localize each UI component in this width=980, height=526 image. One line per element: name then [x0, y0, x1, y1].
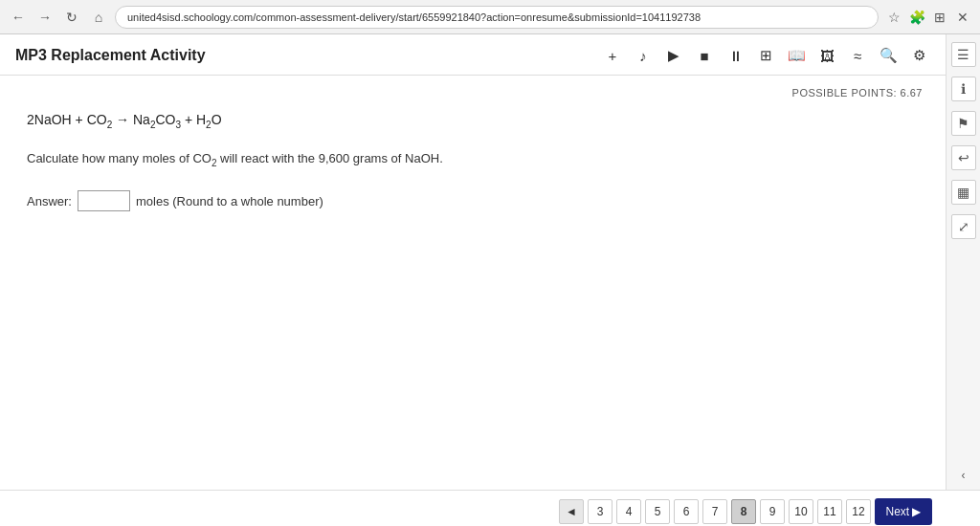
answer-row: Answer: moles (Round to a whole number): [27, 190, 923, 211]
toolbar-grid-icon[interactable]: ⊞: [754, 44, 777, 67]
toolbar-wave-icon[interactable]: ≈: [846, 44, 869, 67]
points-label: POSSIBLE POINTS: 6.67: [23, 87, 923, 99]
page-9-button[interactable]: 9: [760, 499, 785, 524]
page-11-button[interactable]: 11: [817, 499, 842, 524]
toolbar-add-icon[interactable]: +: [601, 44, 624, 67]
toolbar-settings-icon[interactable]: ⚙: [907, 44, 930, 67]
sidebar-grid-icon[interactable]: ▦: [951, 180, 976, 205]
sidebar-expand-icon[interactable]: ⤢: [951, 214, 976, 239]
main-wrapper: MP3 Replacement Activity + ♪ ▶ ■ ⏸ ⊞ 📖 🖼…: [0, 34, 980, 490]
home-button[interactable]: ⌂: [88, 7, 109, 28]
page-7-button[interactable]: 7: [702, 499, 727, 524]
toolbar-pause-icon[interactable]: ⏸: [724, 44, 746, 67]
toolbar-stop-icon[interactable]: ■: [693, 44, 716, 67]
sidebar-menu-icon[interactable]: ☰: [951, 42, 976, 67]
page-10-button[interactable]: 10: [789, 499, 813, 524]
equation: 2NaOH + CO2 → Na2CO3 + H2O: [27, 112, 923, 130]
toolbar-image-icon[interactable]: 🖼: [815, 44, 838, 67]
right-sidebar: ☰ ℹ ⚑ ↩ ▦ ⤢ ‹: [946, 34, 980, 490]
app-header: MP3 Replacement Activity + ♪ ▶ ■ ⏸ ⊞ 📖 🖼…: [0, 34, 946, 76]
toolbar-play-icon[interactable]: ▶: [662, 44, 685, 67]
page-6-button[interactable]: 6: [674, 499, 699, 524]
page-3-button[interactable]: 3: [588, 499, 612, 524]
question-area: POSSIBLE POINTS: 6.67 2NaOH + CO2 → Na2C…: [0, 76, 946, 490]
forward-button[interactable]: →: [34, 7, 56, 28]
toolbar: + ♪ ▶ ■ ⏸ ⊞ 📖 🖼 ≈ 🔍 ⚙: [601, 44, 930, 67]
prev-page-button[interactable]: ◄: [559, 499, 584, 524]
toolbar-book-icon[interactable]: 📖: [785, 44, 808, 67]
pagination-bar: ◄ 3 4 5 6 7 8 9 10 11 12 Next ▶: [0, 490, 980, 526]
menu-icon[interactable]: ⊞: [930, 8, 949, 27]
sidebar-info-icon[interactable]: ℹ: [951, 77, 976, 101]
sidebar-undo-icon[interactable]: ↩: [951, 145, 976, 170]
back-button[interactable]: ←: [8, 7, 29, 28]
content-area: MP3 Replacement Activity + ♪ ▶ ■ ⏸ ⊞ 📖 🖼…: [0, 34, 946, 490]
page-12-button[interactable]: 12: [846, 499, 871, 524]
toolbar-audio-icon[interactable]: ♪: [632, 44, 655, 67]
close-icon[interactable]: ✕: [953, 8, 972, 27]
answer-hint: moles (Round to a whole number): [136, 194, 323, 208]
extension-icon[interactable]: 🧩: [907, 8, 926, 27]
bookmark-icon[interactable]: ☆: [884, 8, 903, 27]
sidebar-flag-icon[interactable]: ⚑: [951, 111, 976, 136]
app-title: MP3 Replacement Activity: [15, 47, 206, 64]
browser-chrome: ← → ↻ ⌂ ☆ 🧩 ⊞ ✕: [0, 0, 980, 34]
toolbar-search-icon[interactable]: 🔍: [877, 44, 900, 67]
page-8-button[interactable]: 8: [731, 499, 756, 524]
answer-label: Answer:: [27, 194, 72, 208]
sidebar-collapse-chevron[interactable]: ‹: [962, 469, 966, 482]
reload-button[interactable]: ↻: [61, 7, 82, 28]
page-4-button[interactable]: 4: [616, 499, 641, 524]
page-5-button[interactable]: 5: [645, 499, 670, 524]
next-button[interactable]: Next ▶: [875, 498, 932, 525]
answer-input[interactable]: [78, 190, 130, 211]
question-text: Calculate how many moles of CO2 will rea…: [27, 149, 923, 170]
url-bar[interactable]: [115, 6, 879, 29]
